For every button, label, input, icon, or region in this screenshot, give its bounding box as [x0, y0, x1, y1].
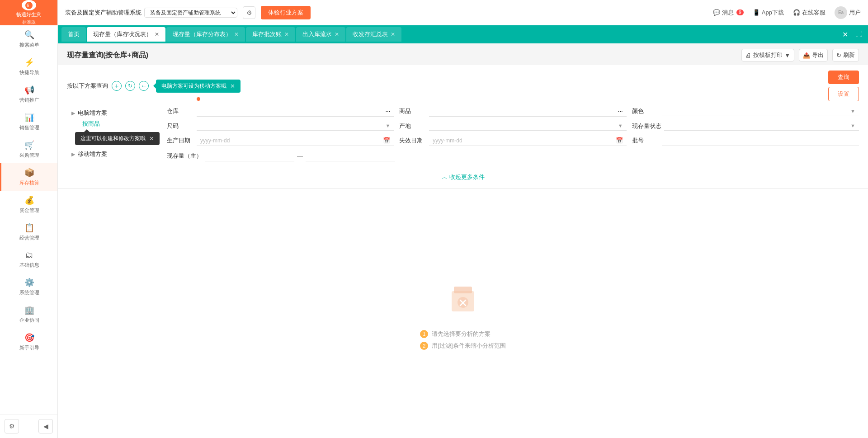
tab-inventory-dist-close[interactable]: ✕: [234, 31, 239, 38]
tab-home[interactable]: 首页: [61, 27, 86, 42]
marketing-icon: 📢: [24, 85, 34, 95]
system-selector[interactable]: 装备及固定资产辅助管理系统: [144, 8, 237, 18]
close-all-button[interactable]: ✕: [840, 29, 850, 40]
empty-tips: 1 请先选择要分析的方案 2 用[过滤]条件来缩小分析范围: [420, 330, 505, 350]
nav-icon: ⚡: [24, 57, 34, 67]
batch-label: 批号: [632, 137, 659, 145]
app-download-button[interactable]: 📱 App下载: [753, 9, 784, 17]
warehouse-field: 仓库 ···: [167, 106, 394, 117]
sidebar-item-label: 库存核算: [19, 179, 39, 186]
guide-icon: 🎯: [24, 333, 34, 343]
sidebar-item-sales[interactable]: 📊 销售管理: [0, 108, 57, 136]
goods-select[interactable]: ···: [429, 106, 626, 117]
logo-icon: 6: [22, 0, 36, 10]
print-dropdown-icon: ▼: [784, 52, 790, 59]
prod-date-label: 生产日期: [167, 137, 194, 145]
filter-fields: 仓库 ··· 商品 ··· 颜色: [167, 106, 859, 166]
service-button[interactable]: 🎧 在线客服: [793, 9, 826, 17]
size-select[interactable]: ▼: [197, 121, 394, 131]
message-button[interactable]: 💬 消息 9: [713, 9, 744, 17]
warehouse-select[interactable]: ···: [197, 106, 394, 117]
tooltip-create-scheme: 这里可以创建和修改方案哦 ✕: [75, 132, 160, 145]
tabs-bar: 首页 现存量（库存状况表） ✕ 现存量（库存分布表） ✕ 库存批次账 ✕ 出入库…: [58, 25, 868, 43]
tab-in-out-flow-close[interactable]: ✕: [335, 31, 339, 38]
sidebar-item-label: 销售管理: [19, 124, 39, 131]
export-icon: 📤: [803, 52, 810, 59]
tab-receipt-summary[interactable]: 收发存汇总表 ✕: [346, 27, 401, 42]
sidebar-item-label: 企业协同: [19, 317, 39, 324]
search-button[interactable]: 查询: [828, 71, 859, 84]
tab-inventory-dist[interactable]: 现存量（库存分布表） ✕: [166, 27, 245, 42]
separator: —: [297, 153, 303, 160]
filter-add-button[interactable]: +: [112, 81, 122, 91]
trial-button[interactable]: 体验行业方案: [261, 6, 311, 19]
svg-text:6: 6: [27, 3, 29, 8]
sidebar-item-label: 资金管理: [19, 207, 39, 214]
collapse-button[interactable]: ◀: [38, 419, 53, 433]
sidebar-item-label: 基础信息: [19, 262, 39, 268]
exp-date-placeholder: yyyy-mm-dd: [433, 137, 462, 144]
tip-text-1: 请先选择要分析的方案: [432, 330, 491, 338]
tab-inventory-status-close[interactable]: ✕: [155, 31, 159, 38]
enterprise-icon: 🏢: [24, 305, 34, 315]
sidebar-item-nav[interactable]: ⚡ 快捷导航: [0, 53, 57, 80]
tooltip-create-close[interactable]: ✕: [149, 135, 154, 142]
sidebar-item-label: 采购管理: [19, 152, 39, 159]
tab-batch-accounts[interactable]: 库存批次账 ✕: [246, 27, 295, 42]
sidebar-item-finance[interactable]: 💰 资金管理: [0, 191, 57, 218]
main-content: 装备及固定资产辅助管理系统 装备及固定资产辅助管理系统 ⚙ 体验行业方案 💬 消…: [58, 0, 868, 438]
scheme-pc-sub[interactable]: 按商品: [82, 118, 160, 129]
origin-select[interactable]: ▼: [429, 121, 626, 131]
sidebar-item-operation[interactable]: 📋 经营管理: [0, 218, 57, 246]
sidebar-item-system[interactable]: ⚙️ 系统管理: [0, 273, 57, 301]
sales-icon: 📊: [24, 113, 34, 122]
tab-inventory-status[interactable]: 现存量（库存状况表） ✕: [87, 27, 165, 42]
fullscreen-button[interactable]: ⛶: [854, 29, 864, 40]
user-button[interactable]: Ea 用户: [835, 6, 861, 19]
refresh-button[interactable]: ↻ 刷新: [832, 49, 859, 61]
chevron-down-icon: ▶: [71, 110, 75, 116]
exp-date-input[interactable]: yyyy-mm-dd 📅: [429, 135, 626, 146]
filter-back-button[interactable]: ←: [139, 81, 149, 91]
settings-button[interactable]: ⚙: [5, 419, 19, 433]
calendar-icon: 📅: [383, 137, 390, 144]
filter-refresh-button[interactable]: ↻: [125, 81, 135, 91]
filter-header: 按以下方案查询 + ↻ ← 电脑方案可设为移动方案哦 ✕ 查询 设置: [67, 71, 859, 101]
content-area: 1 请先选择要分析的方案 2 用[过滤]条件来缩小分析范围: [58, 189, 868, 438]
service-icon: 🎧: [793, 9, 800, 16]
filter-row-1: 仓库 ··· 商品 ··· 颜色: [167, 106, 859, 117]
stock-main-input[interactable]: [205, 151, 294, 161]
scheme-pc[interactable]: ▶ 电脑端方案: [71, 108, 160, 118]
tab-home-label: 首页: [68, 30, 80, 38]
export-button[interactable]: 📤 导出: [799, 49, 828, 61]
batch-input[interactable]: [662, 135, 859, 146]
print-icon: 🖨: [745, 52, 751, 59]
filter-collapse-button[interactable]: ︿ 收起更多条件: [67, 170, 859, 183]
stock-status-select[interactable]: ▼: [664, 121, 859, 131]
sidebar-item-enterprise[interactable]: 🏢 企业协同: [0, 301, 57, 328]
sidebar-item-basic[interactable]: 🗂 基础信息: [0, 246, 57, 273]
page-header: 现存量查询(按仓库+商品) 🖨 按模板打印 ▼ 📤 导出 ↻ 刷新: [58, 43, 868, 65]
refresh-icon: ↻: [836, 52, 841, 59]
sidebar-item-search[interactable]: 🔍 搜索菜单: [0, 25, 57, 53]
tooltip-close-button[interactable]: ✕: [230, 83, 235, 89]
sidebar-item-inventory[interactable]: 📦 库存核算: [0, 163, 57, 191]
scheme-mobile[interactable]: ▶ 移动端方案: [71, 149, 160, 160]
topbar-gear-button[interactable]: ⚙: [243, 6, 255, 19]
tab-in-out-flow[interactable]: 出入库流水 ✕: [296, 27, 345, 42]
color-select[interactable]: ▼: [662, 107, 859, 116]
sidebar-item-purchase[interactable]: 🛒 采购管理: [0, 136, 57, 163]
reset-button[interactable]: 设置: [828, 87, 859, 101]
page-title: 现存量查询(按仓库+商品): [67, 51, 148, 60]
sidebar-item-guide[interactable]: 🎯 新手引导: [0, 328, 57, 356]
size-label: 尺码: [167, 122, 194, 130]
prod-date-input[interactable]: yyyy-mm-dd 📅: [197, 135, 394, 146]
size-field: 尺码 ▼: [167, 121, 394, 131]
print-button[interactable]: 🖨 按模板打印 ▼: [741, 49, 794, 61]
stock-main-input2[interactable]: [306, 151, 395, 161]
tab-batch-accounts-close[interactable]: ✕: [284, 31, 289, 38]
tab-inventory-dist-label: 现存量（库存分布表）: [173, 30, 231, 38]
tab-receipt-summary-close[interactable]: ✕: [391, 31, 395, 38]
user-label: 用户: [849, 9, 861, 17]
sidebar-item-marketing[interactable]: 📢 营销推广: [0, 80, 57, 108]
